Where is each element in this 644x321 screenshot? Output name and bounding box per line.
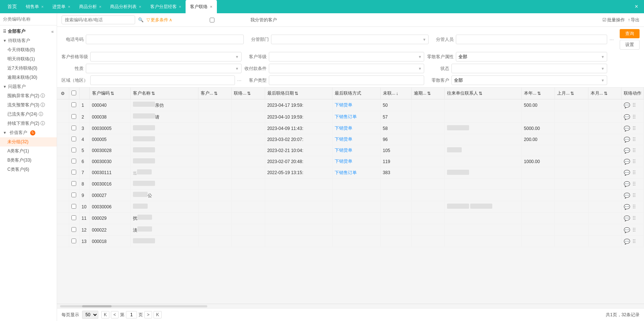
grid-action-icon[interactable]: ⠿ — [632, 227, 636, 233]
code-col-header[interactable]: 客户编码⇅ — [89, 88, 131, 99]
last-method-cell[interactable]: 下销货单 — [332, 134, 380, 145]
grid-action-icon[interactable]: ⠿ — [632, 170, 636, 176]
sidebar-item-hoarding[interactable]: 囤购异常客户(2) ⓘ — [0, 91, 57, 100]
sidebar-item-churned[interactable]: 已流失客户(24) ⓘ — [0, 110, 57, 119]
grid-action-icon[interactable]: ⠿ — [632, 114, 636, 120]
grid-action-icon[interactable]: ⠿ — [632, 137, 636, 142]
last-method-col-header[interactable]: 最后联络方式 — [332, 88, 380, 99]
row-checkbox[interactable] — [71, 137, 76, 141]
settings-col-header[interactable]: ⚙ — [57, 88, 69, 99]
sidebar-group-value[interactable]: ▼ 价值客户 ↻ — [0, 128, 57, 137]
scrollbar-thumb[interactable] — [82, 305, 112, 307]
checkbox-cell[interactable] — [69, 145, 79, 156]
checkbox-cell[interactable] — [69, 123, 79, 134]
row-checkbox[interactable] — [71, 148, 76, 152]
checkbox-cell[interactable] — [69, 236, 79, 247]
last-method-link[interactable]: 下销货单 — [335, 137, 352, 142]
uncontacted-col-header[interactable]: 未联...↓ — [380, 88, 411, 99]
status-select[interactable]: ▼ — [451, 64, 607, 73]
sidebar-search-input[interactable] — [3, 17, 57, 22]
sidebar-item-type-c[interactable]: C类客户(6) — [0, 165, 57, 174]
last-method-cell[interactable]: 下销售订单 — [332, 167, 380, 179]
sidebar-item-churn-warn[interactable]: 流失预警客户(3) ⓘ — [0, 100, 57, 110]
message-icon[interactable]: 💬 — [624, 170, 630, 176]
grid-action-icon[interactable]: ⠿ — [632, 193, 636, 198]
page-size-select[interactable]: 50 — [82, 311, 98, 319]
this-year-col-header[interactable]: 本年...⇅ — [521, 88, 555, 99]
last-method-cell[interactable]: 下销货单 — [332, 145, 380, 156]
checkbox-cell[interactable] — [69, 167, 79, 179]
more-conditions-button[interactable]: ▽ 更多条件 ∧ — [147, 17, 172, 23]
tab-customer-segment[interactable]: 客户分层经客 × — [146, 0, 186, 13]
close-contact-icon[interactable]: × — [210, 4, 212, 9]
overdue-col-header[interactable]: 逾期...⇅ — [411, 88, 444, 99]
row-checkbox[interactable] — [71, 239, 76, 243]
all-customers-header[interactable]: ⠿ 全部客户 « — [0, 25, 57, 36]
name-col-header[interactable]: 客户名称⇅ — [131, 88, 198, 99]
message-icon[interactable]: 💬 — [624, 126, 630, 131]
last-method-link[interactable]: 下销售订单 — [335, 170, 357, 175]
sidebar-item-7days[interactable]: 近7天待联络(0) — [0, 64, 57, 73]
checkbox-cell[interactable] — [69, 212, 79, 224]
grid-action-icon[interactable]: ⠿ — [632, 181, 636, 187]
last-method-cell[interactable]: 下销货单 — [332, 156, 380, 167]
message-icon[interactable]: 💬 — [624, 148, 630, 154]
first-page-button[interactable]: K — [101, 311, 109, 318]
message-icon[interactable]: 💬 — [624, 102, 630, 108]
last-method-link[interactable]: 下销售订单 — [335, 114, 357, 119]
contact-person-col-header[interactable]: 往来单位联系人⇅ — [445, 88, 522, 99]
select-all-checkbox[interactable] — [71, 91, 76, 95]
dept-select[interactable]: ▼ — [271, 35, 429, 44]
sidebar-group-problem[interactable]: ▼ 问题客户 — [0, 82, 57, 91]
batch-op-button[interactable]: ☑ 批量操作 — [602, 17, 625, 23]
price-level-select[interactable]: ▼ — [90, 52, 242, 61]
nature-select[interactable]: ▼ — [86, 64, 242, 73]
last-method-link[interactable]: 下销货单 — [335, 126, 352, 131]
grid-action-icon[interactable]: ⠿ — [632, 148, 636, 154]
row-checkbox[interactable] — [71, 181, 76, 186]
row-checkbox[interactable] — [71, 102, 76, 107]
message-icon[interactable]: 💬 — [624, 239, 630, 244]
type-col-header[interactable]: 客户...⇅ — [198, 88, 231, 99]
retail-customer-select[interactable]: 全部▼ — [451, 75, 607, 85]
sidebar-item-ungroup[interactable]: 未分组(32) — [0, 137, 57, 147]
refresh-badge-icon[interactable]: ↻ — [30, 130, 35, 135]
close-analysis-list-icon[interactable]: × — [139, 4, 141, 9]
grid-action-icon[interactable]: ⠿ — [632, 204, 636, 210]
last-method-link[interactable]: 下销货单 — [335, 159, 352, 164]
checkbox-cell[interactable] — [69, 111, 79, 123]
window-close-button[interactable]: × — [632, 3, 641, 10]
close-salesorder-icon[interactable]: × — [41, 4, 43, 9]
sidebar-item-today[interactable]: 今天待联络(0) — [0, 45, 57, 54]
contact-col-header[interactable]: 联络...⇅ — [232, 88, 265, 99]
tab-product-analysis[interactable]: 商品分析 × — [75, 0, 106, 13]
tab-salesorder[interactable]: 销售单 × — [21, 0, 48, 13]
grid-action-icon[interactable]: ⠿ — [632, 126, 636, 131]
scrollbar-track[interactable] — [60, 305, 207, 307]
search-button[interactable]: 🔍 — [138, 17, 144, 22]
this-month-col-header[interactable]: 本月...⇅ — [588, 88, 621, 99]
retail-attr-select[interactable]: 全部▼ — [456, 52, 607, 61]
message-icon[interactable]: 💬 — [624, 181, 630, 187]
message-icon[interactable]: 💬 — [624, 137, 630, 142]
my-customers-checkbox[interactable]: 我分管的客户 — [175, 17, 277, 23]
last-method-link[interactable]: 下销货单 — [335, 148, 352, 153]
message-icon[interactable]: 💬 — [624, 159, 630, 165]
manager-more-icon[interactable]: ··· — [609, 36, 614, 42]
checkbox-cell[interactable] — [69, 134, 79, 145]
close-purchase-icon[interactable]: × — [68, 4, 70, 9]
payment-select[interactable]: ▼ — [269, 64, 425, 73]
message-icon[interactable]: 💬 — [624, 193, 630, 198]
sidebar-item-tomorrow[interactable]: 明天待联络(1) — [0, 54, 57, 64]
phone-input[interactable] — [86, 35, 244, 44]
next-page-button[interactable]: > — [144, 311, 152, 318]
row-checkbox[interactable] — [71, 114, 76, 119]
last-method-link[interactable]: 下销货单 — [335, 102, 352, 107]
page-number-input[interactable] — [126, 311, 137, 318]
message-icon[interactable]: 💬 — [624, 114, 630, 120]
manager-input[interactable] — [456, 35, 607, 44]
sidebar-group-pending[interactable]: ▼ 待联络客户 — [0, 36, 57, 45]
checkbox-cell[interactable] — [69, 201, 79, 212]
last-method-cell[interactable]: 下销售订单 — [332, 111, 380, 123]
tab-purchase[interactable]: 进货单 × — [48, 0, 74, 13]
